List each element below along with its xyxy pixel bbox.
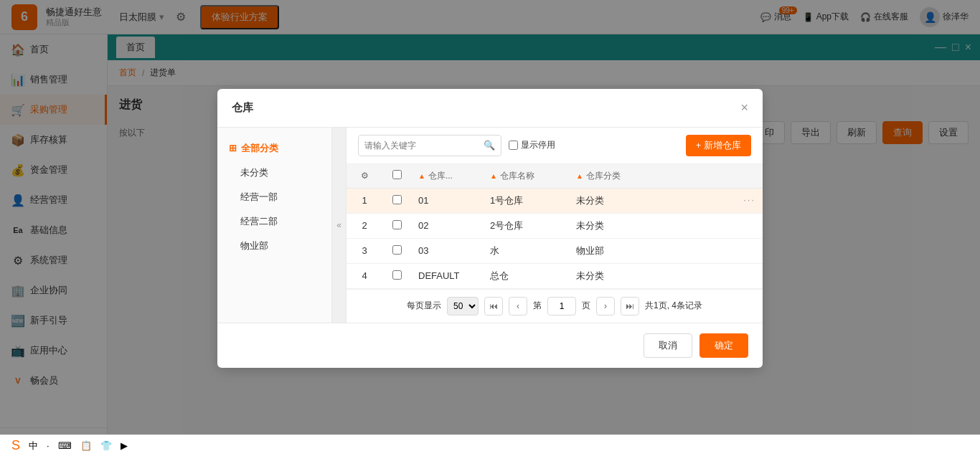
row2-checkbox[interactable] (392, 220, 402, 229)
search-box: 🔍 (358, 135, 501, 156)
th-check (382, 164, 411, 189)
modal-main: 🔍 显示停用 + 新增仓库 ⚙ (347, 128, 763, 323)
last-page-button[interactable]: ⏭ (621, 297, 639, 315)
table-row[interactable]: 1 01 1号仓库 未分类 ··· (347, 188, 763, 213)
modal-footer: 取消 确定 (217, 323, 763, 368)
row1-gear: 1 (347, 188, 382, 213)
per-page-select[interactable]: 50 (447, 297, 479, 315)
modal-title: 仓库 (232, 101, 253, 115)
status-item-zh: 中 (29, 440, 38, 452)
status-item-keyboard: ⌨ (58, 440, 72, 451)
name-sort-icon: ▲ (490, 172, 497, 180)
modal-category-dept2[interactable]: 经营二部 (217, 209, 331, 234)
row1-category: 未分类 ··· (569, 188, 763, 213)
table-row[interactable]: 3 03 水 物业部 (347, 238, 763, 263)
row4-check[interactable] (382, 263, 411, 288)
status-bar: S 中 · ⌨ 📋 👕 ▶ (0, 434, 980, 456)
cancel-button[interactable]: 取消 (644, 333, 692, 358)
pagination: 每页显示 50 ⏮ ‹ 第 页 › ⏭ 共1页, 4条记录 (347, 289, 763, 323)
row4-checkbox[interactable] (392, 270, 402, 280)
row1-name: 1号仓库 (483, 188, 569, 213)
show-disabled-checkbox-label[interactable]: 显示停用 (509, 139, 555, 151)
search-input[interactable] (359, 141, 478, 151)
row3-check[interactable] (382, 238, 411, 263)
modal-category-dept1[interactable]: 经营一部 (217, 185, 331, 209)
th-code: ▲ 仓库... (411, 164, 483, 189)
th-name: ▲ 仓库名称 (483, 164, 569, 189)
modal-category-unclassified[interactable]: 未分类 (217, 161, 331, 185)
row2-code: 02 (411, 213, 483, 238)
th-gear: ⚙ (347, 164, 382, 189)
modal-category-sidebar: ⊞ 全部分类 未分类 经营一部 经营二部 物业部 (217, 128, 332, 323)
modal-body: ⊞ 全部分类 未分类 经营一部 经营二部 物业部 « 🔍 (217, 128, 763, 323)
status-item-shirt: 👕 (100, 440, 112, 451)
row2-category: 未分类 (569, 213, 763, 238)
row3-code: 03 (411, 238, 483, 263)
category-sort-icon: ▲ (576, 172, 583, 180)
confirm-button[interactable]: 确定 (699, 333, 748, 358)
modal-toolbar: 🔍 显示停用 + 新增仓库 (347, 128, 763, 164)
status-icon-s: S (11, 438, 20, 453)
row3-category: 物业部 (569, 238, 763, 263)
row1-code: 01 (411, 188, 483, 213)
search-icon[interactable]: 🔍 (478, 140, 501, 151)
modal-category-property[interactable]: 物业部 (217, 234, 331, 258)
row2-name: 2号仓库 (483, 213, 569, 238)
status-item-play: ▶ (121, 440, 128, 451)
first-page-button[interactable]: ⏮ (484, 297, 503, 315)
status-dot: · (47, 440, 50, 451)
table-row[interactable]: 4 DEFAULT 总仓 未分类 (347, 263, 763, 288)
warehouse-modal: 仓库 × ⊞ 全部分类 未分类 经营一部 经营二部 物业部 « (217, 89, 763, 368)
th-category: ▲ 仓库分类 (569, 164, 763, 189)
grid-icon: ⊞ (229, 143, 237, 153)
table-row[interactable]: 2 02 2号仓库 未分类 (347, 213, 763, 238)
modal-sidebar-header[interactable]: ⊞ 全部分类 (217, 136, 331, 161)
modal-header: 仓库 × (217, 89, 763, 128)
page-input[interactable] (547, 297, 576, 315)
show-disabled-checkbox[interactable] (509, 141, 518, 150)
new-warehouse-button[interactable]: + 新增仓库 (686, 135, 751, 156)
code-sort-icon: ▲ (418, 172, 425, 180)
modal-close-button[interactable]: × (740, 100, 748, 115)
row4-name: 总仓 (483, 263, 569, 288)
row4-category: 未分类 (569, 263, 763, 288)
warehouse-table-wrap: ⚙ ▲ 仓库... (347, 164, 763, 289)
row3-name: 水 (483, 238, 569, 263)
row4-code: DEFAULT (411, 263, 483, 288)
sidebar-collapse-button[interactable]: « (332, 128, 347, 323)
row3-gear: 3 (347, 238, 382, 263)
next-page-button[interactable]: › (596, 297, 615, 315)
row2-check[interactable] (382, 213, 411, 238)
warehouse-table: ⚙ ▲ 仓库... (347, 164, 763, 289)
row2-gear: 2 (347, 213, 382, 238)
table-header-row: ⚙ ▲ 仓库... (347, 164, 763, 189)
status-item-clipboard: 📋 (80, 440, 92, 451)
prev-page-button[interactable]: ‹ (509, 297, 527, 315)
row4-gear: 4 (347, 263, 382, 288)
row1-checkbox[interactable] (392, 195, 402, 204)
select-all-checkbox[interactable] (392, 170, 402, 179)
modal-overlay: 仓库 × ⊞ 全部分类 未分类 经营一部 经营二部 物业部 « (0, 0, 980, 456)
row1-actions[interactable]: ··· (743, 194, 755, 205)
row3-checkbox[interactable] (392, 245, 402, 255)
row1-check[interactable] (382, 188, 411, 213)
